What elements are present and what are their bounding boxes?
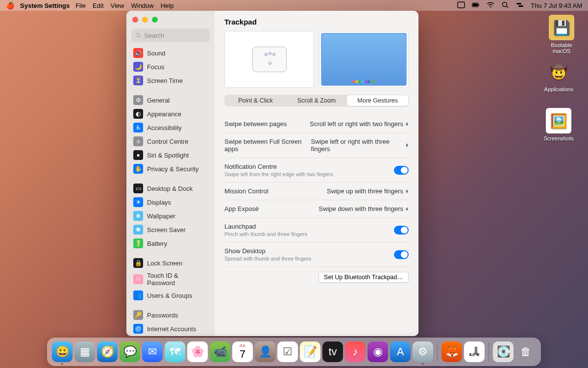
sidebar-icon: ☉	[133, 274, 143, 284]
dock-safari[interactable]: 🧭	[97, 342, 118, 362]
tab-more-gestures[interactable]: More Gestures	[347, 95, 408, 106]
sidebar-item-screen-time[interactable]: ⏳Screen Time	[130, 74, 211, 87]
svg-rect-7	[516, 3, 521, 4]
sidebar-item-label: Displays	[147, 199, 171, 206]
dock-preview[interactable]: 🏞	[464, 342, 485, 362]
sidebar-item-users-groups[interactable]: 👥Users & Groups	[130, 289, 211, 302]
sidebar-item-privacy-security[interactable]: ✋Privacy & Security	[130, 162, 211, 176]
chevron-updown-icon: ▲▼	[405, 189, 409, 193]
page-title: Trackpad	[215, 11, 418, 31]
show-desktop-switch[interactable]	[394, 250, 409, 259]
sidebar-list: 🔊Sound🌙Focus⏳Screen Time⚙︎General◐Appear…	[126, 46, 215, 336]
battery-icon[interactable]	[472, 1, 480, 10]
sidebar-item-label: Wallpaper	[147, 212, 175, 220]
sidebar-item-label: Accessibility	[147, 124, 182, 131]
dock-messages[interactable]: 💬	[120, 342, 140, 362]
menu-edit[interactable]: Edit	[93, 2, 103, 9]
svg-point-5	[503, 2, 507, 6]
spotlight-icon[interactable]	[501, 1, 509, 10]
menu-view[interactable]: View	[111, 2, 124, 9]
sidebar-item-label: Internet Accounts	[147, 325, 196, 333]
dock-settings[interactable]: ⚙︎	[413, 342, 433, 362]
sidebar-item-sound[interactable]: 🔊Sound	[130, 46, 211, 60]
app-expose-popup[interactable]: Swipe down with three fingers ▲▼	[318, 205, 409, 212]
tab-scroll-zoom[interactable]: Scroll & Zoom	[286, 95, 347, 106]
screen-preview	[319, 31, 409, 88]
dock-appstore[interactable]: A	[390, 342, 411, 362]
minimize-button[interactable]	[142, 17, 148, 23]
sidebar-item-game-center[interactable]: 🎮Game Center	[130, 336, 211, 336]
dock-notes[interactable]: 📝	[300, 342, 320, 362]
dock-photos[interactable]: 🌸	[187, 342, 208, 362]
sidebar-icon: 🔋	[133, 238, 143, 248]
sidebar-item-general[interactable]: ⚙︎General	[130, 93, 211, 107]
show-desktop-sub: Spread with thumb and three fingers	[224, 256, 311, 262]
quick-note-icon[interactable]	[457, 1, 465, 10]
dock-tv[interactable]: tv	[322, 342, 343, 362]
close-button[interactable]	[132, 17, 138, 23]
launchpad-switch[interactable]	[394, 226, 409, 235]
sidebar-icon: ✺	[133, 225, 143, 235]
sidebar-item-passwords[interactable]: 🔑Passwords	[130, 308, 211, 322]
dock-maps[interactable]: 🗺	[165, 342, 185, 362]
desktop-icon-screenshots[interactable]: 🖼️Screenshots	[539, 108, 578, 141]
sidebar-item-internet-accounts[interactable]: @Internet Accounts	[130, 322, 211, 336]
sidebar-icon: ▭	[133, 184, 143, 193]
dock-trash[interactable]: 🗑	[515, 342, 536, 362]
setup-bluetooth-button[interactable]: Set Up Bluetooth Trackpad…	[318, 272, 409, 283]
mission-control-popup[interactable]: Swipe up with three fingers ▲▼	[327, 187, 409, 195]
dock-music[interactable]: ♪	[345, 342, 366, 362]
dock-mail[interactable]: ✉︎	[142, 342, 163, 362]
sidebar-item-label: Screen Saver	[147, 226, 186, 234]
sidebar-item-label: General	[147, 97, 170, 104]
dock-firefox[interactable]: 🦊	[441, 342, 462, 362]
svg-rect-8	[518, 5, 523, 7]
sidebar-item-screen-saver[interactable]: ✺Screen Saver	[130, 223, 211, 237]
sidebar-icon: @	[133, 324, 143, 334]
tab-point-click[interactable]: Point & Click	[225, 95, 286, 106]
sidebar-item-focus[interactable]: 🌙Focus	[130, 60, 211, 74]
app-menu[interactable]: System Settings	[20, 2, 70, 9]
svg-line-6	[507, 6, 508, 8]
dock-podcasts[interactable]: ◉	[368, 342, 388, 362]
sidebar-item-control-centre[interactable]: ⌾Control Centre	[130, 134, 211, 148]
dock-contacts[interactable]: 👤	[255, 342, 275, 362]
menu-file[interactable]: File	[75, 2, 86, 9]
sidebar-item-touch-id-password[interactable]: ☉Touch ID & Password	[130, 270, 211, 289]
sidebar-item-accessibility[interactable]: ♿︎Accessibility	[130, 121, 211, 134]
sidebar-item-label: Users & Groups	[147, 292, 192, 299]
search-placeholder: Search	[144, 32, 164, 39]
sidebar-item-siri-spotlight[interactable]: ●Siri & Spotlight	[130, 148, 211, 162]
dock-reminders[interactable]: ☑︎	[277, 342, 298, 362]
trackpad-preview	[224, 31, 314, 88]
swipe-pages-label: Swipe between pages	[224, 120, 287, 128]
sidebar-item-lock-screen[interactable]: 🔒Lock Screen	[130, 256, 211, 270]
apple-menu-icon[interactable]: 🍎	[6, 1, 14, 9]
sidebar-item-wallpaper[interactable]: ❀Wallpaper	[130, 209, 211, 223]
maximize-button[interactable]	[152, 17, 158, 23]
desktop-icon-applications[interactable]: 🤠Applications	[539, 59, 578, 92]
sidebar-icon: 🔑	[133, 310, 143, 320]
wifi-icon[interactable]	[487, 1, 494, 10]
sidebar-item-battery[interactable]: 🔋Battery	[130, 237, 211, 250]
sidebar-item-desktop-dock[interactable]: ▭Desktop & Dock	[130, 182, 211, 195]
sidebar-icon: ✋	[133, 164, 143, 174]
sidebar-icon: ⌾	[133, 136, 143, 146]
search-input[interactable]: Search	[131, 28, 210, 42]
dock-calendar[interactable]: JUL7	[232, 342, 253, 362]
dock-finder[interactable]: 😀	[52, 342, 73, 362]
notification-centre-switch[interactable]	[394, 166, 409, 175]
datetime[interactable]: Thu 7 Jul 9:43 AM	[531, 2, 582, 9]
dock-launchpad[interactable]: ▦	[74, 342, 95, 362]
dock-facetime[interactable]: 📹	[210, 342, 230, 362]
sidebar-item-appearance[interactable]: ◐Appearance	[130, 107, 211, 121]
dock-disk[interactable]: 💽	[493, 342, 514, 362]
menu-window[interactable]: Window	[131, 2, 153, 9]
menu-help[interactable]: Help	[161, 2, 174, 9]
swipe-pages-popup[interactable]: Scroll left or right with two fingers ▲▼	[310, 120, 409, 128]
sidebar-item-displays[interactable]: ☀︎Displays	[130, 195, 211, 209]
sidebar-item-label: Privacy & Security	[147, 165, 198, 173]
swipe-apps-popup[interactable]: Swipe left or right with three fingers ▲…	[311, 138, 409, 153]
control-centre-icon[interactable]	[516, 1, 524, 10]
desktop-icon-bootable-macos[interactable]: 💾Bootable macOS	[542, 15, 581, 54]
